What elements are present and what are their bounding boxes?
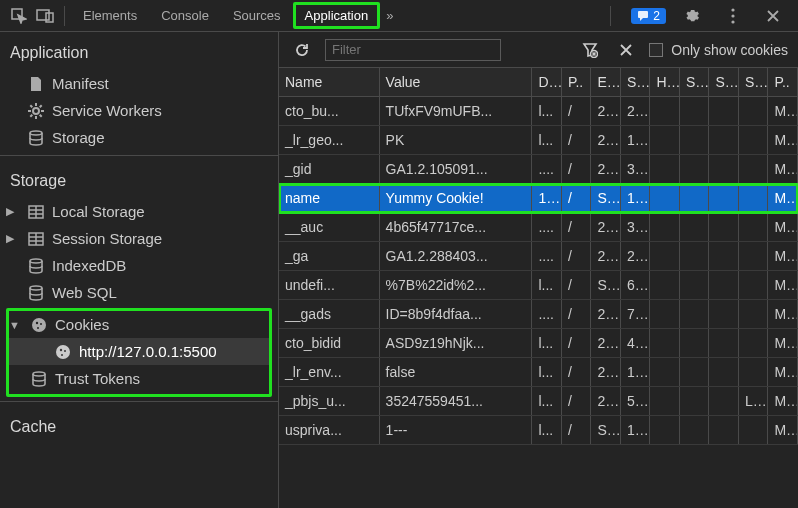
col-priority[interactable]: P..: [768, 68, 798, 97]
sidebar-item-manifest[interactable]: Manifest: [0, 70, 278, 97]
svg-point-21: [33, 372, 45, 376]
cell-s3: [709, 271, 739, 300]
sidebar-item-cookie-origin[interactable]: http://127.0.0.1:5500: [9, 338, 269, 365]
sidebar-item-session-storage[interactable]: ▶ Session Storage: [0, 225, 278, 252]
svg-point-8: [30, 131, 42, 135]
close-icon[interactable]: [760, 3, 786, 29]
tabs-overflow[interactable]: »: [380, 8, 399, 23]
collapse-arrow-icon[interactable]: ▼: [9, 319, 20, 331]
cell-p: /: [561, 387, 591, 416]
col-size[interactable]: S..: [620, 68, 650, 97]
item-label: Cookies: [55, 316, 109, 333]
expand-arrow-icon[interactable]: ▶: [6, 232, 14, 245]
cell-value: GA1.2.288403...: [379, 242, 532, 271]
cell-name: _lr_env...: [279, 358, 379, 387]
cell-s3: [709, 387, 739, 416]
table-row[interactable]: _gidGA1.2.105091......./2...3...M...: [279, 155, 798, 184]
issues-badge[interactable]: 2: [631, 8, 666, 24]
cell-e: 2...: [591, 126, 621, 155]
cell-e: 2...: [591, 213, 621, 242]
col-value[interactable]: Value: [379, 68, 532, 97]
cell-s3: [709, 358, 739, 387]
cell-h: [650, 213, 680, 242]
svg-point-18: [60, 348, 62, 350]
cell-p: /: [561, 155, 591, 184]
sidebar-item-indexeddb[interactable]: IndexedDB: [0, 252, 278, 279]
table-row[interactable]: undefi...%7B%22id%2...l.../S...6...M...: [279, 271, 798, 300]
cell-pr: M...: [768, 213, 798, 242]
svg-point-4: [731, 8, 734, 11]
cookies-section-highlight: ▼ Cookies http://127.0.0.1:5500 Trust To…: [6, 308, 272, 397]
sidebar-item-service-workers[interactable]: Service Workers: [0, 97, 278, 124]
cell-s4: [738, 97, 768, 126]
col-domain[interactable]: D..: [532, 68, 562, 97]
cell-value: 1---: [379, 416, 532, 445]
cell-s1: 1...: [620, 126, 650, 155]
cell-s1: 2...: [620, 97, 650, 126]
cell-value: %7B%22id%2...: [379, 271, 532, 300]
database-icon: [28, 130, 44, 146]
cell-name: _pbjs_u...: [279, 387, 379, 416]
svg-rect-3: [638, 11, 648, 18]
sidebar-item-storage[interactable]: Storage: [0, 124, 278, 151]
svg-point-12: [30, 286, 42, 290]
cell-e: S...: [591, 416, 621, 445]
col-samesite[interactable]: S..: [709, 68, 739, 97]
device-toolbar-icon[interactable]: [32, 3, 58, 29]
cell-s4: [738, 155, 768, 184]
message-icon: [637, 10, 649, 22]
table-row[interactable]: _lr_geo...PKl.../2...1...M...: [279, 126, 798, 155]
table-row[interactable]: _pbjs_u...35247559451...l.../2...5...L..…: [279, 387, 798, 416]
cell-s3: [709, 242, 739, 271]
svg-point-5: [731, 14, 734, 17]
cell-pr: M...: [768, 416, 798, 445]
gear-icon[interactable]: [680, 3, 706, 29]
table-row[interactable]: uspriva...1---l.../S...1...M...: [279, 416, 798, 445]
cookies-table: Name Value D.. P.. E.. S.. H.. S.. S.. S…: [279, 68, 798, 445]
sidebar-item-cookies[interactable]: ▼ Cookies: [9, 311, 269, 338]
cell-d: ....: [532, 300, 562, 329]
table-row[interactable]: _lr_env...falsel.../2...1...M...: [279, 358, 798, 387]
tab-console[interactable]: Console: [149, 2, 221, 29]
expand-arrow-icon[interactable]: ▶: [6, 205, 14, 218]
item-label: IndexedDB: [52, 257, 126, 274]
cell-d: 1...: [532, 184, 562, 213]
cookies-table-container: Name Value D.. P.. E.. S.. H.. S.. S.. S…: [279, 68, 798, 508]
col-sameparty[interactable]: S..: [738, 68, 768, 97]
item-label: Session Storage: [52, 230, 162, 247]
cell-value: 4b65f47717ce...: [379, 213, 532, 242]
cell-s1: 5...: [620, 387, 650, 416]
only-show-cookies-toggle[interactable]: Only show cookies: [649, 42, 788, 58]
col-expires[interactable]: E..: [591, 68, 621, 97]
tab-application[interactable]: Application: [293, 2, 381, 29]
kebab-menu-icon[interactable]: [720, 3, 746, 29]
refresh-icon[interactable]: [289, 37, 315, 63]
tab-elements[interactable]: Elements: [71, 2, 149, 29]
table-row[interactable]: __gadsID=8b9f4dfaa......./2...7...M...: [279, 300, 798, 329]
filter-input[interactable]: [325, 39, 501, 61]
col-secure[interactable]: S..: [679, 68, 709, 97]
cell-s1: 3...: [620, 155, 650, 184]
table-row[interactable]: cto_bididASD9z19hNjk...l.../2...4...M...: [279, 329, 798, 358]
cell-s2: [679, 416, 709, 445]
delete-icon[interactable]: [613, 37, 639, 63]
tab-sources[interactable]: Sources: [221, 2, 293, 29]
col-path[interactable]: P..: [561, 68, 591, 97]
table-row[interactable]: _gaGA1.2.288403......./2...2...M...: [279, 242, 798, 271]
table-row[interactable]: __auc4b65f47717ce......./2...3...M...: [279, 213, 798, 242]
cell-name: __auc: [279, 213, 379, 242]
sidebar-item-trust-tokens[interactable]: Trust Tokens: [9, 365, 269, 392]
cell-name: cto_bu...: [279, 97, 379, 126]
table-row[interactable]: cto_bu...TUfxFV9mUFB...l.../2...2...M...: [279, 97, 798, 126]
cell-pr: M...: [768, 97, 798, 126]
sidebar-item-local-storage[interactable]: ▶ Local Storage: [0, 198, 278, 225]
cookie-icon: [31, 317, 47, 333]
table-row[interactable]: nameYummy Cookie!1.../S...1...M...: [279, 184, 798, 213]
clear-filter-icon[interactable]: [577, 37, 603, 63]
sidebar-item-web-sql[interactable]: Web SQL: [0, 279, 278, 306]
col-name[interactable]: Name: [279, 68, 379, 97]
checkbox-icon[interactable]: [649, 43, 663, 57]
col-httponly[interactable]: H..: [650, 68, 680, 97]
cookie-icon: [55, 344, 71, 360]
inspect-icon[interactable]: [6, 3, 32, 29]
